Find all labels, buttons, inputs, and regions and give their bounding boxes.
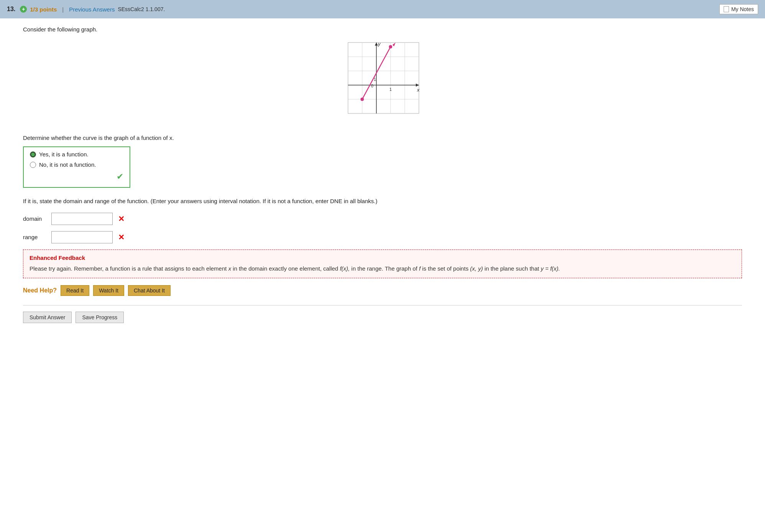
radio-option-no[interactable]: No, it is not a function.: [30, 161, 123, 168]
save-progress-button[interactable]: Save Progress: [76, 312, 124, 323]
no-radio[interactable]: [30, 162, 36, 168]
submit-answer-button[interactable]: Submit Answer: [23, 312, 72, 323]
svg-text:0: 0: [371, 84, 373, 88]
instructions-text: If it is, state the domain and range of …: [23, 197, 742, 206]
need-help-row: Need Help? Read It Watch It Chat About I…: [23, 285, 742, 296]
feedback-text: Please try again. Remember, a function i…: [30, 264, 735, 273]
graph-svg: x y 1 0 1: [340, 39, 425, 127]
range-row: range ✕: [23, 231, 742, 243]
yes-label[interactable]: Yes, it is a function.: [39, 151, 89, 158]
divider: [23, 305, 742, 305]
feedback-title: Enhanced Feedback: [30, 255, 735, 261]
question-header: 13. + 1/3 points | Previous Answers SEss…: [0, 0, 765, 18]
range-input[interactable]: [51, 231, 113, 243]
radio-option-yes[interactable]: Yes, it is a function.: [30, 151, 123, 158]
domain-row: domain ✕: [23, 213, 742, 225]
bottom-buttons: Submit Answer Save Progress: [23, 312, 742, 323]
svg-text:x: x: [417, 87, 420, 93]
range-label: range: [23, 234, 46, 240]
domain-error-icon: ✕: [118, 214, 125, 223]
answer-box: Yes, it is a function. No, it is not a f…: [23, 146, 130, 188]
domain-label: domain: [23, 215, 46, 222]
domain-input[interactable]: [51, 213, 113, 225]
yes-radio[interactable]: [30, 151, 36, 158]
question-body: Consider the following graph.: [0, 18, 765, 331]
my-notes-button[interactable]: My Notes: [719, 4, 758, 14]
previous-answers-link[interactable]: Previous Answers: [69, 6, 115, 13]
watch-it-button[interactable]: Watch It: [93, 285, 124, 296]
svg-rect-0: [348, 43, 419, 113]
separator: |: [62, 6, 64, 13]
determine-text: Determine whether the curve is the graph…: [23, 135, 742, 141]
my-notes-label: My Notes: [731, 6, 754, 12]
question-number: 13.: [7, 6, 15, 13]
plus-icon: +: [20, 6, 27, 13]
points-label: 1/3 points: [30, 6, 57, 13]
green-checkmark: ✔: [117, 172, 123, 182]
need-help-label: Need Help?: [23, 287, 57, 294]
range-error-icon: ✕: [118, 233, 125, 242]
svg-point-20: [389, 45, 392, 48]
course-code: SEssCalc2 1.1.007.: [118, 6, 165, 12]
read-it-button[interactable]: Read It: [61, 285, 89, 296]
svg-text:1: 1: [389, 87, 392, 92]
graph-container: x y 1 0 1: [23, 39, 742, 127]
checkmark-area: ✔: [30, 172, 123, 182]
consider-text: Consider the following graph.: [23, 26, 742, 33]
notes-icon: [724, 6, 729, 12]
no-label[interactable]: No, it is not a function.: [39, 161, 96, 168]
enhanced-feedback: Enhanced Feedback Please try again. Reme…: [23, 250, 742, 278]
chat-about-it-button[interactable]: Chat About It: [128, 285, 171, 296]
